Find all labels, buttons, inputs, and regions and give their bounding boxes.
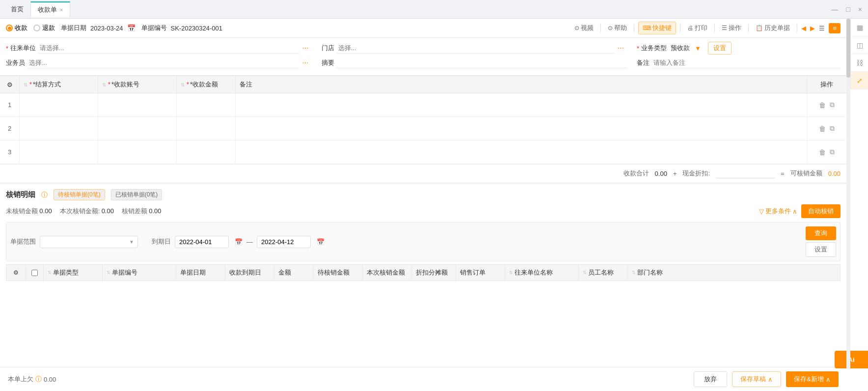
sidebar-link-icon[interactable]: ⛓ <box>851 54 868 72</box>
row1-amount-input[interactable] <box>181 101 231 109</box>
partner-more-icon[interactable]: ··· <box>299 44 311 53</box>
done-tag-button[interactable]: 已核销单据(0笔) <box>111 189 163 200</box>
row3-remark-input[interactable] <box>240 148 803 156</box>
discount-input[interactable] <box>716 168 775 178</box>
row2-amount[interactable] <box>177 117 236 140</box>
bth-partner-label: 往来单位名称 <box>515 268 553 277</box>
minimize-button[interactable]: — <box>829 4 840 14</box>
sort-dept[interactable]: ⇅ <box>632 270 636 275</box>
more-conditions-button[interactable]: ▽ 更多条件 ∧ <box>759 207 797 216</box>
row3-remark[interactable] <box>236 140 807 164</box>
sidebar-table-icon[interactable]: ▦ <box>851 19 868 36</box>
row1-account[interactable] <box>98 93 177 116</box>
row3-copy-icon[interactable]: ⧉ <box>830 148 835 156</box>
due-to-input[interactable] <box>257 236 311 248</box>
tab-active[interactable]: 收款单 × <box>30 1 70 17</box>
settings-button[interactable]: 设置 <box>708 42 732 55</box>
row1-copy-icon[interactable]: ⧉ <box>830 101 835 109</box>
sort-icon-amount[interactable]: ⇅ <box>181 82 185 87</box>
radio-receive[interactable]: 收款 <box>6 24 27 32</box>
row2-settle-input[interactable] <box>24 125 94 132</box>
row2-delete-icon[interactable]: 🗑 <box>819 125 826 133</box>
draft-button[interactable]: 保存草稿 ∧ <box>732 371 781 387</box>
abandon-button[interactable]: 放弃 <box>694 371 727 387</box>
summary-input[interactable] <box>336 57 627 68</box>
row3-settle-input[interactable] <box>24 148 94 156</box>
sort-icon-settle[interactable]: ⇅ <box>24 82 27 87</box>
bth-checkbox[interactable] <box>26 265 44 280</box>
bth-gear[interactable]: ⚙ <box>6 265 26 280</box>
pending-tag-button[interactable]: 待核销单据(0笔) <box>54 189 105 200</box>
scope-select[interactable] <box>40 236 138 248</box>
help-button[interactable]: ⊙ 帮助 <box>605 22 630 34</box>
row2-account[interactable] <box>98 117 177 140</box>
nav-prev[interactable]: ◀ <box>801 25 806 32</box>
scrollbar[interactable] <box>846 19 850 368</box>
sort-no[interactable]: ⇅ <box>107 270 110 275</box>
query-button[interactable]: 查询 <box>806 226 836 240</box>
toolbar: 收款 退款 单据日期 2023-03-24 📅 单据编号 SK-20230324… <box>0 19 846 38</box>
tab-close-icon[interactable]: × <box>60 7 63 13</box>
sidebar-image-icon[interactable]: ◫ <box>851 36 868 54</box>
tab-home[interactable]: 首页 <box>4 2 30 17</box>
history-button[interactable]: 📋 历史单据 <box>753 22 793 34</box>
row3-amount-input[interactable] <box>181 148 231 156</box>
row2-remark-input[interactable] <box>240 125 803 132</box>
draft-dropdown-icon[interactable]: ∧ <box>768 376 773 383</box>
calendar-icon[interactable]: 📅 <box>127 24 136 32</box>
shop-more-icon[interactable]: ··· <box>615 44 627 53</box>
row1-remark[interactable] <box>236 93 807 116</box>
video-button[interactable]: ⊙ 视频 <box>571 22 597 34</box>
due-to-calendar-icon[interactable]: 📅 <box>317 238 325 246</box>
row3-settle[interactable] <box>20 140 98 164</box>
sort-partner[interactable]: ⇅ <box>509 270 513 275</box>
info-icon[interactable]: ⓘ <box>35 375 42 384</box>
sidebar-expand-icon[interactable]: ⤢ <box>851 72 868 89</box>
operation-button[interactable]: ☰ 操作 <box>719 22 744 34</box>
auto-hexiao-button[interactable]: 自动核销 <box>801 204 841 218</box>
hexiao-info-icon[interactable]: ⓘ <box>41 191 48 199</box>
row3-account-input[interactable] <box>102 148 172 156</box>
row2-amount-input[interactable] <box>181 125 231 132</box>
sort-type[interactable]: ⇅ <box>48 270 52 275</box>
row3-delete-icon[interactable]: 🗑 <box>819 148 826 156</box>
row2-remark[interactable] <box>236 117 807 140</box>
row1-delete-icon[interactable]: 🗑 <box>819 101 826 109</box>
due-from-input[interactable] <box>175 236 229 248</box>
select-all-checkbox[interactable] <box>31 270 38 276</box>
scroll-thumb[interactable] <box>846 19 850 78</box>
row1-account-input[interactable] <box>102 101 172 109</box>
row1-remark-input[interactable] <box>240 101 803 109</box>
row2-copy-icon[interactable]: ⧉ <box>830 124 835 133</box>
bth-staff: ⇅ 员工名称 <box>579 265 628 280</box>
row1-amount[interactable] <box>177 93 236 116</box>
partner-input[interactable] <box>38 43 299 54</box>
row1-settle[interactable] <box>20 93 98 116</box>
row3-amount[interactable] <box>177 140 236 164</box>
save-new-dropdown-icon[interactable]: ∧ <box>826 376 831 383</box>
sort-staff[interactable]: ⇅ <box>583 270 587 275</box>
nav-next[interactable]: ▶ <box>810 25 815 32</box>
staff-more-icon[interactable]: ··· <box>299 58 311 67</box>
print-button[interactable]: 🖨 打印 <box>684 22 710 34</box>
maximize-button[interactable]: □ <box>844 4 852 14</box>
view-toggle[interactable]: ≡ <box>829 23 841 33</box>
row1-settle-input[interactable] <box>24 101 94 109</box>
radio-refund[interactable]: 退款 <box>33 24 55 32</box>
setting-button[interactable]: 设置 <box>806 242 836 257</box>
row2-settle[interactable] <box>20 117 98 140</box>
row2-account-input[interactable] <box>102 125 172 132</box>
row3-account[interactable] <box>98 140 177 164</box>
biz-type-dropdown-icon[interactable]: ▼ <box>692 45 704 52</box>
ai-float-button[interactable]: Ai <box>835 351 868 368</box>
note-input[interactable] <box>651 57 841 68</box>
save-new-button[interactable]: 保存&新增 ∧ <box>786 371 839 387</box>
staff-input[interactable] <box>27 57 299 68</box>
close-button[interactable]: × <box>856 4 864 14</box>
th-gear[interactable]: ⚙ <box>0 76 20 93</box>
list-view-icon[interactable]: ☰ <box>819 25 825 32</box>
shortcut-button[interactable]: ⌨ 快捷键 <box>638 22 676 34</box>
shop-input[interactable] <box>336 43 615 54</box>
sort-icon-account[interactable]: ⇅ <box>102 82 106 87</box>
due-from-calendar-icon[interactable]: 📅 <box>235 238 243 246</box>
